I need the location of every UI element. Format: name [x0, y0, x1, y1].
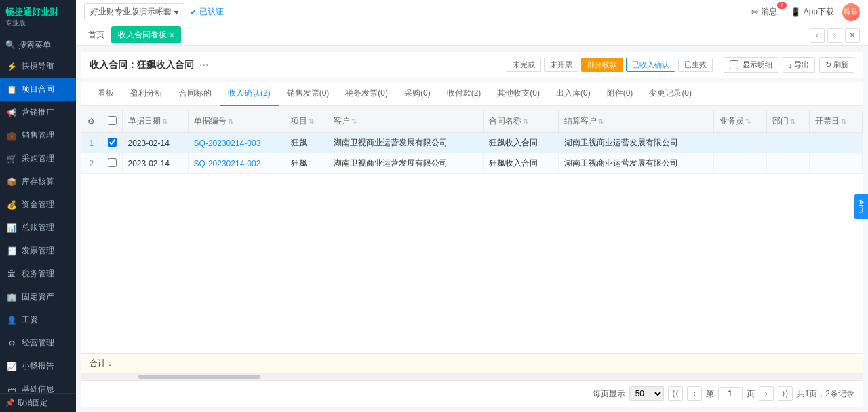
- col-project-header[interactable]: 项目⇅: [285, 110, 328, 133]
- sidebar-search-menu[interactable]: 🔍 搜索菜单: [0, 35, 76, 55]
- subtab-attachment[interactable]: 附件(0): [599, 82, 642, 106]
- col-contract-header[interactable]: 合同名称⇅: [484, 110, 558, 133]
- subtab-profit[interactable]: 盈利分析: [122, 82, 171, 106]
- sort-settle-icon[interactable]: ⇅: [598, 117, 604, 125]
- row2-date: 2023-02-14: [122, 153, 188, 174]
- sidebar-item-report[interactable]: 📈 小畅报告: [0, 355, 76, 378]
- home-tab[interactable]: 首页: [84, 29, 108, 41]
- sidebar-item-invoice[interactable]: 🧾 发票管理: [0, 240, 76, 263]
- sidebar-item-report-label: 小畅报告: [22, 360, 54, 372]
- status-partial[interactable]: 部分收款: [581, 58, 623, 72]
- row2-code[interactable]: SQ-20230214-002: [188, 153, 285, 174]
- tab-next-button[interactable]: ›: [827, 28, 842, 43]
- sidebar-item-summary[interactable]: 📊 总账管理: [0, 217, 76, 240]
- show-detail-checkbox[interactable]: [730, 60, 738, 69]
- sidebar-item-tax[interactable]: 🏛 税务管理: [0, 263, 76, 286]
- sort-salesperson-icon[interactable]: ⇅: [745, 117, 751, 125]
- col-date-header[interactable]: 单据日期⇅: [122, 110, 188, 133]
- subtab-subject[interactable]: 合同标的: [171, 82, 220, 106]
- row1-customer: 湖南卫视商业运营发展有限公司: [328, 133, 484, 153]
- sidebar-item-marketing[interactable]: 📢 营销推广: [0, 101, 76, 124]
- select-all-checkbox[interactable]: [108, 116, 117, 125]
- export-button[interactable]: ↓ 导出: [783, 57, 816, 73]
- col-salesperson-header[interactable]: 业务员⇅: [713, 110, 766, 133]
- message-button[interactable]: ✉ 1 消息: [751, 6, 783, 18]
- tab-close-button[interactable]: ×: [170, 31, 174, 40]
- subtab-warehouse[interactable]: 出入库(0): [548, 82, 599, 106]
- basic-icon: 🗃: [5, 383, 18, 393]
- page-content: 收入合同：狂飙收入合同 ··· 未完成 未开票 部分收款 已收入确认 已生效 显…: [76, 46, 868, 412]
- subtab-other[interactable]: 其他收支(0): [489, 82, 548, 106]
- contract-board-tab[interactable]: 收入合同看板 ×: [111, 26, 181, 43]
- col-department-header[interactable]: 部门⇅: [766, 110, 809, 133]
- right-edge-button[interactable]: Arm: [854, 193, 868, 218]
- col-checkbox-header[interactable]: [102, 110, 122, 133]
- sort-department-icon[interactable]: ⇅: [790, 117, 795, 125]
- sidebar-item-funds-label: 资金管理: [22, 199, 54, 210]
- table-row[interactable]: 2 2023-02-14 SQ-20230214-002 狂飙 湖南卫视商业运营…: [81, 153, 863, 174]
- sidebar-item-project[interactable]: 📋 项目合同: [0, 78, 76, 101]
- row2-checkbox-cell[interactable]: [102, 153, 122, 174]
- sidebar-item-inventory[interactable]: 📦 库存核算: [0, 170, 76, 193]
- row1-checkbox[interactable]: [108, 138, 117, 147]
- tab-close-all-button[interactable]: ✕: [845, 28, 860, 43]
- contract-more-button[interactable]: ···: [199, 59, 208, 71]
- sidebar-item-basic[interactable]: 🗃 基础信息: [0, 378, 76, 393]
- sort-project-icon[interactable]: ⇅: [309, 117, 314, 125]
- table-row[interactable]: 1 2023-02-14 SQ-20230214-003 狂飙 湖南卫视商业运营…: [81, 133, 863, 153]
- purchase-icon: 🛒: [5, 153, 18, 165]
- horizontal-scrollbar[interactable]: [81, 373, 863, 380]
- sidebar-item-sales[interactable]: 💼 销售管理: [0, 124, 76, 147]
- col-settle-header[interactable]: 结算客户⇅: [558, 110, 713, 133]
- status-confirmed[interactable]: 已收入确认: [626, 58, 675, 72]
- sort-contract-icon[interactable]: ⇅: [523, 117, 528, 125]
- status-effective[interactable]: 已生效: [678, 58, 713, 72]
- sidebar-item-funds[interactable]: 💰 资金管理: [0, 193, 76, 217]
- status-unopened[interactable]: 未开票: [544, 58, 578, 72]
- subtab-sales-invoice[interactable]: 销售发票(0): [279, 82, 338, 106]
- sort-opendate-icon[interactable]: ⇅: [841, 117, 846, 125]
- scroll-thumb[interactable]: [138, 375, 260, 379]
- page-next-button[interactable]: ›: [759, 386, 774, 401]
- subtab-changes[interactable]: 变更记录(0): [641, 82, 700, 106]
- col-opendate-header[interactable]: 开票日⇅: [809, 110, 862, 133]
- subtab-revenue[interactable]: 收入确认(2): [220, 82, 279, 106]
- status-incomplete[interactable]: 未完成: [507, 58, 541, 72]
- check-circle-icon: ✔: [190, 7, 197, 17]
- sort-date-icon[interactable]: ⇅: [162, 117, 167, 125]
- sidebar-logo-sub: 专业版: [5, 18, 71, 28]
- sidebar-item-invoice-label: 发票管理: [22, 245, 54, 257]
- row2-code-link[interactable]: SQ-20230214-002: [194, 159, 261, 168]
- subtab-purchase[interactable]: 采购(0): [396, 82, 439, 106]
- show-detail-checkbox-label[interactable]: 显示明细: [724, 57, 778, 73]
- subtab-payment[interactable]: 收付款(2): [439, 82, 490, 106]
- table-wrapper[interactable]: ⚙ 单据日期⇅ 单据编号⇅ 项目⇅ 客户⇅ 合同名称⇅ 结算客户⇅ 业务员⇅ 部…: [81, 110, 863, 353]
- row1-code[interactable]: SQ-20230214-003: [188, 133, 285, 153]
- sidebar-item-hr[interactable]: 👤 工资: [0, 309, 76, 332]
- page-number-input[interactable]: [718, 387, 743, 400]
- sidebar-item-asset[interactable]: 🏢 固定资产: [0, 286, 76, 309]
- sidebar-bottom-pin[interactable]: 📌 取消固定: [0, 393, 76, 412]
- sidebar-item-quicknav[interactable]: ⚡ 快捷导航: [0, 55, 76, 78]
- sort-code-icon[interactable]: ⇅: [228, 117, 233, 125]
- row1-checkbox-cell[interactable]: [102, 133, 122, 153]
- app-download-button[interactable]: 📱 App下载: [791, 6, 834, 18]
- page-last-button[interactable]: ⟩⟩: [778, 386, 793, 401]
- row2-checkbox[interactable]: [108, 158, 117, 167]
- sort-customer-icon[interactable]: ⇅: [351, 117, 357, 125]
- subtab-board[interactable]: 看板: [90, 82, 122, 106]
- subtab-tax-invoice[interactable]: 税务发票(0): [337, 82, 396, 106]
- user-avatar-area[interactable]: 珠珠: [842, 3, 860, 21]
- page-prev-button[interactable]: ‹: [687, 386, 702, 401]
- sidebar-item-purchase[interactable]: 🛒 采购管理: [0, 147, 76, 170]
- row1-code-link[interactable]: SQ-20230214-003: [194, 138, 261, 148]
- refresh-button[interactable]: ↻ 刷新: [819, 57, 854, 73]
- tab-prev-button[interactable]: ‹: [810, 28, 825, 43]
- page-first-button[interactable]: ⟨⟨: [668, 386, 683, 401]
- col-code-header[interactable]: 单据编号⇅: [188, 110, 285, 133]
- sidebar-item-ops[interactable]: ⚙ 经营管理: [0, 332, 76, 355]
- col-customer-header[interactable]: 客户⇅: [328, 110, 484, 133]
- col-settings[interactable]: ⚙: [81, 110, 102, 133]
- page-size-select[interactable]: 20 50 100 200: [629, 386, 664, 401]
- company-selector[interactable]: 好业财专业版演示帐套 ▾: [84, 3, 184, 20]
